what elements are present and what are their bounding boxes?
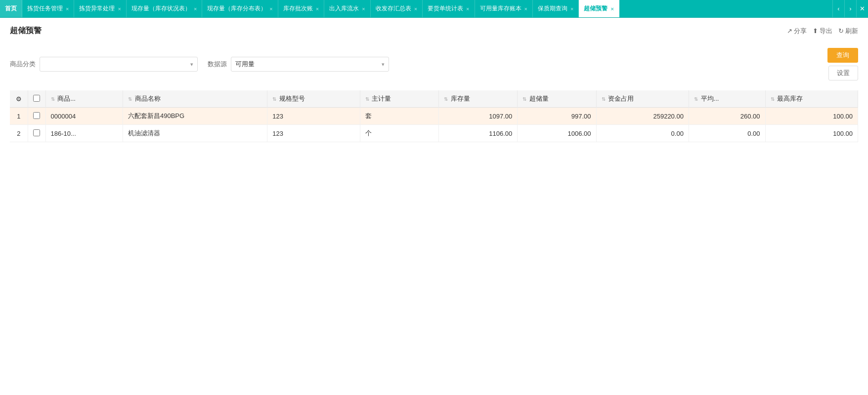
col-product-name[interactable]: ⇅ 商品名称 [123, 90, 267, 108]
nav-tab-abnormal[interactable]: 拣货异常处理× [74, 0, 126, 18]
sort-icon-capital-use: ⇅ [602, 96, 606, 102]
export-label: 导出 [820, 27, 832, 36]
nav-tab-avail-ledger[interactable]: 可用量库存账本× [475, 0, 533, 18]
gear-header-icon: ⚙ [16, 95, 22, 103]
refresh-label: 刷新 [845, 27, 858, 36]
nav-tab-close-inventory-status[interactable]: × [194, 6, 197, 12]
nav-tab-close-overstock-warning[interactable]: × [610, 6, 613, 12]
col-checkbox[interactable] [28, 90, 45, 108]
col-capital-use[interactable]: ⇅ 资金占用 [596, 90, 689, 108]
nav-tab-label-collect-send: 收发存汇总表 [376, 4, 411, 13]
col-gear[interactable]: ⚙ [10, 90, 28, 108]
row-capital-use: 0.00 [596, 125, 689, 142]
table-row: 2186-10...机油滤清器123个1106.001006.000.000.0… [10, 125, 858, 142]
nav-tab-close-order-stats[interactable]: × [466, 6, 469, 12]
page-container: 超储预警 ↗ 分享 ⬆ 导出 ↻ 刷新 商品分类 ▾ [0, 18, 868, 150]
sort-icon-product-name: ⇅ [128, 96, 132, 102]
col-stock[interactable]: ⇅ 库存量 [439, 90, 518, 108]
nav-left-arrow[interactable]: ‹ [832, 0, 844, 18]
data-table: ⚙ ⇅ 商品... ⇅ 商品名称 ⇅ 规格型号 ⇅ [10, 90, 858, 142]
nav-tab-batch-ledger[interactable]: 库存批次账× [278, 0, 324, 18]
export-action[interactable]: ⬆ 导出 [813, 27, 832, 36]
share-action[interactable]: ↗ 分享 [787, 27, 807, 36]
nav-tab-overstock-warning[interactable]: 超储预警× [579, 0, 619, 18]
nav-tab-home[interactable]: 首页 [0, 0, 22, 18]
nav-tab-label-overstock-warning: 超储预警 [584, 4, 608, 13]
row-product-code: 186-10... [45, 125, 123, 142]
settings-button[interactable]: 设置 [828, 66, 858, 80]
sort-icon-overstock: ⇅ [522, 96, 526, 102]
row-checkbox-cell [28, 108, 45, 125]
data-source-select[interactable]: 可用量 ▾ [231, 57, 389, 72]
col-product-code[interactable]: ⇅ 商品... [45, 90, 123, 108]
nav-tab-label-avail-ledger: 可用量库存账本 [480, 4, 521, 13]
select-all-checkbox[interactable] [33, 95, 40, 102]
nav-tab-close-batch-ledger[interactable]: × [316, 6, 319, 12]
nav-tab-label-batch-ledger: 库存批次账 [283, 4, 313, 13]
col-overstock[interactable]: ⇅ 超储量 [518, 90, 596, 108]
nav-tab-task-mgmt[interactable]: 拣货任务管理× [22, 0, 74, 18]
row-max-stock: 100.00 [765, 108, 858, 125]
table-header: ⚙ ⇅ 商品... ⇅ 商品名称 ⇅ 规格型号 ⇅ [10, 90, 858, 108]
nav-tab-close-task-mgmt[interactable]: × [66, 6, 69, 12]
nav-tab-close-quality-check[interactable]: × [570, 6, 573, 12]
nav-tab-close-inventory-dist[interactable]: × [269, 6, 272, 12]
row-checkbox[interactable] [33, 112, 40, 119]
row-product-name: 机油滤清器 [123, 125, 267, 142]
nav-tab-label-inout-flow: 出入库流水 [329, 4, 359, 13]
refresh-action[interactable]: ↻ 刷新 [838, 27, 858, 36]
sort-icon-max-stock: ⇅ [771, 96, 775, 102]
nav-arrows: ‹ › ✕ [832, 0, 868, 18]
row-overstock: 997.00 [518, 108, 596, 125]
product-category-arrow: ▾ [190, 61, 193, 68]
col-unit-label: 主计量 [372, 95, 391, 102]
row-unit: 个 [360, 125, 438, 142]
filter-bar: 商品分类 ▾ 数据源 可用量 ▾ 查询 设置 [10, 44, 858, 84]
top-nav: 首页拣货任务管理×拣货异常处理×现存量（库存状况表）×现存量（库存分布表）×库存… [0, 0, 868, 18]
nav-close-arrow[interactable]: ✕ [856, 0, 868, 18]
row-unit: 套 [360, 108, 438, 125]
col-max-stock-label: 最高库存 [777, 95, 803, 102]
nav-tab-collect-send[interactable]: 收发存汇总表× [371, 0, 423, 18]
col-product-name-label: 商品名称 [135, 95, 161, 102]
row-max-stock: 100.00 [765, 125, 858, 142]
row-capital-use: 259220.00 [596, 108, 689, 125]
row-checkbox[interactable] [33, 129, 40, 136]
nav-right-arrow[interactable]: › [844, 0, 856, 18]
nav-tab-close-inout-flow[interactable]: × [362, 6, 365, 12]
row-overstock: 1006.00 [518, 125, 596, 142]
nav-tab-close-avail-ledger[interactable]: × [524, 6, 527, 12]
product-category-select[interactable]: ▾ [40, 57, 198, 72]
nav-tab-order-stats[interactable]: 要货单统计表× [423, 0, 475, 18]
nav-tab-inventory-dist[interactable]: 现存量（库存分布表）× [202, 0, 278, 18]
nav-tab-quality-check[interactable]: 保质期查询× [533, 0, 579, 18]
col-unit[interactable]: ⇅ 主计量 [360, 90, 438, 108]
export-icon: ⬆ [813, 27, 818, 35]
row-checkbox-cell [28, 125, 45, 142]
page-title-row: 超储预警 ↗ 分享 ⬆ 导出 ↻ 刷新 [10, 26, 858, 36]
nav-tab-inventory-status[interactable]: 现存量（库存状况表）× [127, 0, 202, 18]
nav-tab-label-inventory-dist: 现存量（库存分布表） [207, 4, 266, 13]
query-button[interactable]: 查询 [827, 48, 858, 63]
table-body: 10000004六配套新昌490BPG123套1097.00997.002592… [10, 108, 858, 142]
col-max-stock[interactable]: ⇅ 最高库存 [765, 90, 858, 108]
col-avg[interactable]: ⇅ 平均... [689, 90, 765, 108]
col-product-code-label: 商品... [57, 95, 76, 102]
col-spec[interactable]: ⇅ 规格型号 [267, 90, 360, 108]
col-capital-use-label: 资金占用 [608, 95, 634, 102]
row-index: 2 [10, 125, 28, 142]
nav-tab-close-collect-send[interactable]: × [414, 6, 417, 12]
nav-tab-label-inventory-status: 现存量（库存状况表） [131, 4, 191, 13]
col-stock-label: 库存量 [451, 95, 470, 102]
nav-tab-inout-flow[interactable]: 出入库流水× [324, 0, 370, 18]
nav-tab-close-abnormal[interactable]: × [118, 6, 121, 12]
share-icon: ↗ [787, 27, 792, 35]
sort-icon-unit: ⇅ [365, 96, 369, 102]
sort-icon-avg: ⇅ [694, 96, 698, 102]
data-source-arrow: ▾ [382, 61, 385, 68]
product-category-label: 商品分类 [10, 60, 36, 69]
row-product-name: 六配套新昌490BPG [123, 108, 267, 125]
sort-icon-spec: ⇅ [272, 96, 276, 102]
product-category-filter: 商品分类 ▾ [10, 57, 198, 72]
sort-icon-product-code: ⇅ [51, 96, 55, 102]
